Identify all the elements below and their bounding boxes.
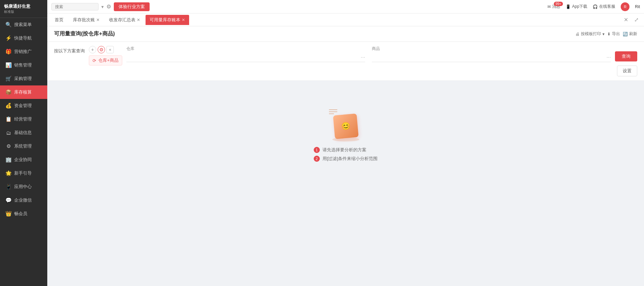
warehouse-input[interactable]	[126, 55, 359, 60]
tab-batch-account[interactable]: 库存批次账 ✕	[69, 15, 104, 25]
scheme-actions: + ⚙ «	[89, 46, 122, 53]
tabbar: 首页 库存批次账 ✕ 收发存汇总表 ✕ 可用量库存账本 ✕ ✕ ⤢	[47, 14, 644, 26]
empty-step-1: 1 请先选择要分析的方案	[314, 147, 378, 153]
page-header: 可用量查询(按仓库+商品) 🖨 按模板打印 ▾ ⬇ 导出 🔄 刷新	[47, 26, 644, 42]
step-1-text: 请先选择要分析的方案	[323, 147, 366, 153]
settings-button[interactable]: 设置	[617, 66, 637, 76]
sidebar-item-label: 新手引导	[14, 170, 32, 176]
sidebar-item-label: 采购管理	[14, 76, 32, 82]
operation-icon: 📋	[5, 116, 11, 122]
warehouse-more-icon[interactable]: ···	[361, 54, 365, 60]
tab-close-icon[interactable]: ✕	[137, 18, 140, 22]
sidebar-item-sales[interactable]: 📊 销售管理	[0, 58, 47, 72]
tab-close-icon[interactable]: ✕	[96, 18, 100, 22]
product-input-wrap: ···	[372, 53, 611, 62]
print-icon: 🖨	[575, 32, 579, 36]
notification-btn[interactable]: ✉ 消息 99+	[547, 4, 560, 9]
warehouse-input-wrap: ···	[126, 53, 365, 62]
sidebar-item-label: 快捷导航	[14, 35, 32, 41]
app-subtitle: 标准版	[4, 9, 43, 14]
app-download-label: App下载	[572, 4, 587, 9]
sidebar-item-enterprise[interactable]: 🏢 企业协同	[0, 153, 47, 166]
sidebar-item-quick-nav[interactable]: ⚡ 快捷导航	[0, 31, 47, 45]
query-button[interactable]: 查询	[615, 51, 637, 61]
sidebar-item-inventory[interactable]: 📦 库存核算	[0, 85, 47, 99]
export-btn[interactable]: ⬇ 导出	[607, 31, 620, 37]
product-more-icon[interactable]: ···	[607, 54, 611, 60]
print-btn[interactable]: 🖨 按模板打印 ▾	[575, 31, 604, 37]
add-scheme-btn[interactable]: +	[89, 46, 96, 53]
close-tab-action-btn[interactable]: ✕	[622, 16, 630, 24]
search-icon: 🔍	[5, 22, 11, 28]
sidebar-item-basic-info[interactable]: 🗂 基础信息	[0, 126, 47, 139]
phone-icon: 📱	[566, 4, 571, 9]
empty-line	[329, 113, 334, 114]
quick-nav-icon: ⚡	[5, 35, 11, 41]
topbar-right: ✉ 消息 99+ 📱 App下载 🎧 在线客服 R Rit	[547, 2, 640, 11]
filter-field-product: 商品 ···	[372, 46, 611, 62]
app-title: 畅康通好生意	[4, 3, 43, 9]
avatar[interactable]: R	[621, 2, 629, 11]
sidebar-item-newbie[interactable]: 🌟 新手引导	[0, 166, 47, 180]
product-label: 商品	[372, 46, 611, 52]
empty-line	[329, 109, 337, 110]
export-icon: ⬇	[607, 32, 611, 36]
sidebar-item-member[interactable]: 👑 畅会员	[0, 207, 47, 220]
online-service-btn[interactable]: 🎧 在线客服	[593, 4, 615, 9]
filter-field-warehouse: 仓库 ···	[126, 46, 365, 62]
sidebar-item-marketing[interactable]: 🎁 营销推广	[0, 45, 47, 58]
scheme-settings-btn[interactable]: ⚙	[98, 46, 105, 53]
header-actions: 🖨 按模板打印 ▾ ⬇ 导出 🔄 刷新	[575, 31, 637, 37]
filter-schemes: + ⚙ « ⟳ 仓库+商品	[89, 46, 122, 66]
sidebar-item-operation[interactable]: 📋 经营管理	[0, 112, 47, 126]
online-service-label: 在线客服	[599, 4, 615, 9]
notification-badge: 99+	[554, 2, 563, 6]
tab-home[interactable]: 首页	[51, 15, 68, 25]
product-input[interactable]	[372, 55, 605, 60]
newbie-icon: 🌟	[5, 170, 11, 176]
scheme-label: 仓库+商品	[98, 57, 119, 63]
tab-stock-summary[interactable]: 收发存汇总表 ✕	[105, 15, 144, 25]
app-download-btn[interactable]: 📱 App下载	[566, 4, 587, 9]
topbar-search-input[interactable]	[51, 3, 99, 10]
step-num-2: 2	[314, 156, 320, 162]
empty-illustration	[326, 108, 366, 141]
inventory-icon: 📦	[5, 89, 11, 95]
sidebar-item-wechat[interactable]: 💬 企业微信	[0, 193, 47, 207]
main-area: ▾ ⚙ 体验行业方案 ✉ 消息 99+ 📱 App下载 🎧 在线客服 R Rit…	[47, 0, 644, 286]
trial-button[interactable]: 体验行业方案	[114, 2, 150, 11]
filter-bar: 按以下方案查询 + ⚙ « ⟳ 仓库+商品 仓库 ···	[47, 42, 644, 81]
step-num-1: 1	[314, 147, 320, 153]
sidebar-item-finance[interactable]: 💰 资金管理	[0, 99, 47, 112]
scheme-item[interactable]: ⟳ 仓库+商品	[89, 55, 122, 66]
message-icon: ✉	[547, 4, 551, 9]
sidebar-item-system[interactable]: ⚙ 系统管理	[0, 139, 47, 153]
sidebar-item-label: 销售管理	[14, 62, 32, 68]
sidebar-item-search[interactable]: 🔍 搜索菜单	[0, 18, 47, 31]
empty-state: 1 请先选择要分析的方案 2 用[过滤]条件来缩小分析范围	[47, 81, 644, 189]
filter-fields: 仓库 ··· 商品 ···	[126, 46, 611, 62]
tab-available-ledger[interactable]: 可用量库存账本 ✕	[146, 15, 189, 25]
sidebar-item-label: 畅会员	[14, 211, 27, 217]
user-name[interactable]: Rit	[635, 4, 640, 9]
empty-step-2: 2 用[过滤]条件来缩小分析范围	[314, 156, 378, 162]
refresh-btn[interactable]: 🔄 刷新	[623, 31, 637, 37]
sidebar-item-label: 资金管理	[14, 103, 32, 109]
tab-close-icon[interactable]: ✕	[182, 18, 185, 22]
topbar: ▾ ⚙ 体验行业方案 ✉ 消息 99+ 📱 App下载 🎧 在线客服 R Rit	[47, 0, 644, 14]
gear-icon[interactable]: ⚙	[106, 3, 111, 10]
dropdown-chevron-icon[interactable]: ▾	[101, 4, 104, 9]
wechat-icon: 💬	[5, 197, 11, 203]
expand-tab-action-btn[interactable]: ⤢	[632, 16, 641, 24]
collapse-btn[interactable]: «	[106, 46, 114, 53]
sidebar-item-label: 企业微信	[14, 197, 32, 203]
sidebar-item-app-center[interactable]: 📱 应用中心	[0, 180, 47, 193]
chevron-down-icon[interactable]: ▾	[602, 32, 604, 36]
sidebar-item-purchase[interactable]: 🛒 采购管理	[0, 72, 47, 85]
sidebar-item-label: 基础信息	[14, 130, 32, 136]
sales-icon: 📊	[5, 62, 11, 68]
tab-actions: ✕ ⤢	[622, 16, 641, 24]
headset-icon: 🎧	[593, 4, 598, 9]
marketing-icon: 🎁	[5, 49, 11, 55]
warehouse-label: 仓库	[126, 46, 365, 52]
